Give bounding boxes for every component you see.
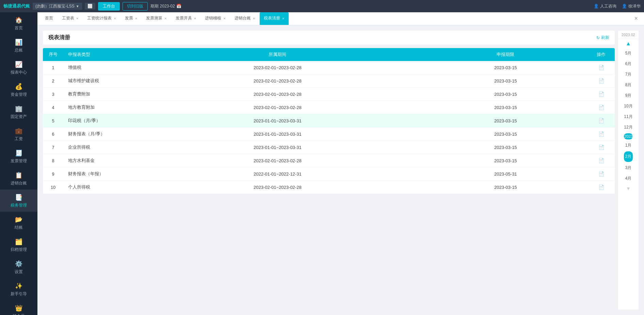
tab-invoice-close[interactable]: ×	[135, 16, 137, 20]
tab-salary-close[interactable]: ×	[76, 16, 78, 20]
app-logo: 畅捷通易代账	[3, 3, 30, 9]
cell-action: 📄	[587, 154, 615, 167]
sidebar-item-purchase[interactable]: 📋 进销台账	[0, 167, 37, 190]
settle-icon: 📂	[15, 216, 22, 223]
action-file-icon[interactable]: 📄	[598, 184, 604, 190]
user-profile-button[interactable]: 👤 徐泽华	[622, 3, 641, 9]
tab-purchase-ledger[interactable]: 进销台账 ×	[230, 12, 259, 25]
col-type: 申报表类型	[63, 48, 131, 61]
col-period: 所属期间	[131, 48, 424, 61]
cell-no: 6	[43, 127, 63, 141]
date-active-month[interactable]: 2月	[624, 151, 633, 162]
sidebar: 🏠 首页 📊 总账 📈 报表中心 💰 资金管理 🏢 固定资产 💼 工资 🧾 发票…	[0, 12, 37, 315]
sidebar-item-funds[interactable]: 💰 资金管理	[0, 79, 37, 101]
sidebar-item-tax[interactable]: 📑 税务管理	[0, 190, 37, 212]
date-month-item[interactable]: 5月	[623, 48, 634, 59]
date-nav-down-button[interactable]: ▾	[618, 184, 639, 193]
workspace-button[interactable]: 工作台	[98, 2, 120, 11]
sidebar-item-member[interactable]: 👑 畅会员	[0, 300, 37, 315]
sidebar-label-guide: 新手引导	[11, 291, 27, 297]
company-selector[interactable]: (勿删）江西服宝-LSS ▼	[33, 3, 82, 10]
cell-period: 2023-02-01~2023-02-28	[131, 101, 424, 114]
tab-salary-stat[interactable]: 工资统计报表 ×	[83, 12, 120, 25]
sidebar-label-salary: 工资	[15, 136, 23, 142]
tab-invoice-calc-close[interactable]: ×	[164, 16, 166, 20]
date-month-item[interactable]: 4月	[623, 173, 634, 184]
sidebar-item-invoice[interactable]: 🧾 发票管理	[0, 145, 37, 167]
date-month-item[interactable]: 1月	[623, 140, 634, 151]
ai-icon: 👤	[594, 4, 599, 9]
ai-label: 人工咨询	[600, 3, 616, 9]
date-month-item[interactable]: 11月	[623, 111, 634, 122]
sidebar-item-settle[interactable]: 📂 结账	[0, 212, 37, 234]
cell-deadline: 2023-03-15	[424, 181, 587, 194]
ai-consult-button[interactable]: 👤 人工咨询	[594, 3, 616, 9]
action-file-icon[interactable]: 📄	[598, 91, 604, 97]
sidebar-label-member: 畅会员	[13, 313, 25, 315]
tab-invoice-calc[interactable]: 发票测算 ×	[142, 12, 171, 25]
date-year-label: 2023	[624, 133, 633, 139]
sidebar-label-tax: 税务管理	[11, 202, 27, 208]
sidebar-item-assets[interactable]: 🏢 固定资产	[0, 101, 37, 123]
tab-bar: 首页 工资表 × 工资统计报表 × 发票 × 发票测算 × 发票开具 ×	[37, 12, 644, 25]
action-file-icon[interactable]: 📄	[598, 158, 604, 163]
tab-invoice[interactable]: 发票 ×	[121, 12, 141, 25]
date-month-list: 5月6月7月8月9月10月11月12月20231月2月3月4月	[623, 48, 634, 184]
switch-version-button[interactable]: 切到旧版	[123, 2, 148, 11]
sidebar-item-home[interactable]: 🏠 首页	[0, 12, 37, 34]
tab-invoice-open[interactable]: 发票开具 ×	[172, 12, 200, 25]
table-row: 4 地方教育附加 2023-02-01~2023-02-28 2023-03-1…	[43, 101, 615, 114]
sidebar-item-guide[interactable]: ✨ 新手引导	[0, 278, 37, 300]
window-close-button[interactable]: ×	[631, 15, 641, 22]
cell-no: 3	[43, 88, 63, 101]
tab-salary[interactable]: 工资表 ×	[58, 12, 82, 25]
sidebar-item-report[interactable]: 📈 报表中心	[0, 57, 37, 79]
date-month-item[interactable]: 10月	[623, 101, 634, 111]
action-file-icon[interactable]: 📄	[598, 78, 604, 84]
action-file-icon[interactable]: 📄	[598, 105, 604, 110]
date-month-item[interactable]: 3月	[623, 163, 634, 173]
sidebar-label-settle: 结账	[15, 225, 23, 230]
action-file-icon[interactable]: 📄	[598, 65, 604, 70]
table-row: 3 教育费附加 2023-02-01~2023-02-28 2023-03-15…	[43, 88, 615, 101]
tab-home-label: 首页	[45, 15, 53, 21]
cell-deadline: 2023-03-15	[424, 101, 587, 114]
tab-invoice-open-close[interactable]: ×	[194, 16, 196, 20]
table-row: 6 财务报表（月/季） 2023-01-01~2023-03-31 2023-0…	[43, 127, 615, 141]
date-month-item[interactable]: 9月	[623, 90, 634, 101]
cell-period: 2023-02-01~2023-02-28	[131, 61, 424, 74]
date-month-item[interactable]: 6月	[623, 59, 634, 69]
period-display: 期期 2023-02 📅	[150, 3, 181, 9]
sidebar-label-settings: 设置	[15, 269, 23, 275]
tab-salary-stat-close[interactable]: ×	[114, 16, 116, 20]
action-file-icon[interactable]: 📄	[598, 131, 604, 137]
cell-action: 📄	[587, 101, 615, 114]
sidebar-label-report: 报表中心	[11, 70, 27, 75]
tab-purchase-ledger-close[interactable]: ×	[253, 16, 255, 20]
tab-purchase-check-label: 进销稽核	[205, 15, 221, 21]
sidebar-item-salary[interactable]: 💼 工资	[0, 123, 37, 145]
cell-type: 地方教育附加	[63, 101, 131, 114]
tab-tax-clear-close[interactable]: ×	[282, 16, 284, 20]
tab-home[interactable]: 首页	[41, 12, 57, 25]
action-file-icon[interactable]: 📄	[598, 118, 604, 123]
date-month-item[interactable]: 8月	[623, 80, 634, 90]
date-nav-up-button[interactable]: ▲	[618, 39, 639, 48]
sidebar-item-ledger[interactable]: 📊 总账	[0, 34, 37, 57]
sidebar-item-archive[interactable]: 🗂️ 归档管理	[0, 234, 37, 256]
period-label: 期期	[150, 3, 159, 9]
action-file-icon[interactable]: 📄	[598, 145, 604, 150]
refresh-button[interactable]: ↻ 刷新	[596, 35, 609, 41]
tab-tax-clear[interactable]: 税表清册 ×	[260, 12, 288, 25]
date-month-item[interactable]: 12月	[623, 122, 634, 133]
cell-no: 7	[43, 141, 63, 154]
cell-no: 5	[43, 114, 63, 127]
copy-icon-btn[interactable]: ⬜	[85, 3, 95, 10]
sidebar-item-settings[interactable]: ⚙️ 设置	[0, 256, 37, 278]
action-file-icon[interactable]: 📄	[598, 171, 604, 177]
date-month-item[interactable]: 7月	[623, 69, 634, 80]
calendar-icon[interactable]: 📅	[176, 4, 181, 9]
tab-purchase-check[interactable]: 进销稽核 ×	[201, 12, 229, 25]
tab-purchase-check-close[interactable]: ×	[223, 16, 225, 20]
cell-deadline: 2023-03-15	[424, 154, 587, 167]
